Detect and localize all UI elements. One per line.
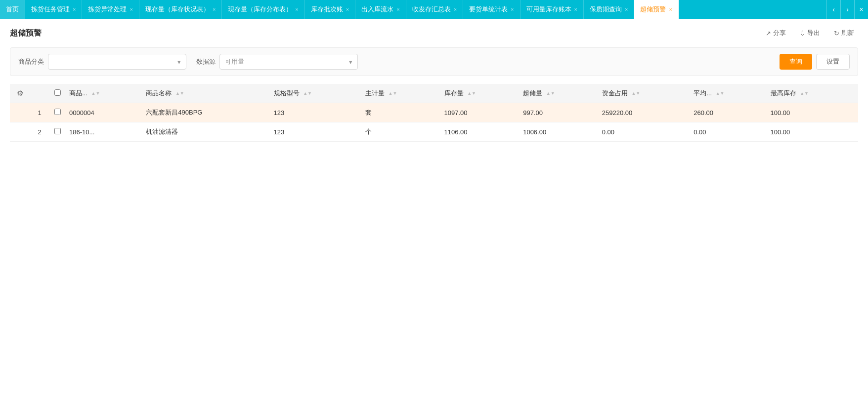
row-capital: 259220.00: [598, 103, 690, 122]
col-product-code[interactable]: 商品... ▲▼: [65, 84, 142, 103]
nav-expiry-label: 保质期查询: [590, 5, 622, 14]
nav-overstock-close[interactable]: ×: [669, 6, 672, 12]
category-label: 商品分类: [18, 57, 44, 66]
row-checkbox[interactable]: [54, 109, 61, 115]
nav-task-mgmt[interactable]: 拣货任务管理 ×: [25, 0, 82, 19]
max-stock-sort-icon: ▲▼: [800, 91, 809, 96]
page-title: 超储预警: [10, 28, 42, 39]
col-unit[interactable]: 主计量 ▲▼: [361, 84, 440, 103]
col-spec[interactable]: 规格型号 ▲▼: [270, 84, 361, 103]
export-label: 导出: [807, 29, 820, 38]
refresh-icon: ↻: [834, 30, 839, 37]
col-product-name[interactable]: 商品名称 ▲▼: [142, 84, 269, 103]
col-max-stock[interactable]: 最高库存 ▲▼: [767, 84, 858, 103]
share-label: 分享: [773, 29, 786, 38]
nav-overstock[interactable]: 超储预警 ×: [634, 0, 678, 19]
filter-buttons: 查询 设置: [780, 54, 850, 70]
row-avg: 260.00: [690, 103, 766, 122]
nav-order-stats-close[interactable]: ×: [511, 6, 514, 12]
nav-exception-close[interactable]: ×: [130, 6, 132, 12]
nav-stock-status-close[interactable]: ×: [213, 6, 216, 12]
nav-expiry[interactable]: 保质期查询 ×: [584, 0, 634, 19]
share-icon: ↗: [766, 30, 771, 37]
share-button[interactable]: ↗ 分享: [762, 27, 790, 40]
nav-summary[interactable]: 收发存汇总表 ×: [406, 0, 463, 19]
row-index: 2: [30, 122, 49, 142]
row-max-stock: 100.00: [767, 122, 858, 142]
row-product-code: 186-10...: [65, 122, 142, 142]
nav-expiry-close[interactable]: ×: [625, 6, 628, 12]
datasource-label: 数据源: [196, 57, 216, 66]
select-all-checkbox[interactable]: [54, 89, 61, 96]
nav-summary-label: 收发存汇总表: [412, 5, 451, 14]
nav-stock-dist[interactable]: 现存量（库存分布表） ×: [222, 0, 304, 19]
row-overstock: 997.00: [519, 103, 598, 122]
product-name-sort-icon: ▲▼: [175, 91, 184, 96]
col-product-code-label: 商品...: [69, 89, 87, 97]
row-checkbox-cell: [49, 122, 65, 142]
datasource-select[interactable]: 可用量 ▾: [219, 54, 358, 70]
nav-summary-close[interactable]: ×: [454, 6, 457, 12]
col-index: [30, 84, 49, 103]
row-spec: 123: [270, 122, 361, 142]
col-overstock-label: 超储量: [523, 89, 542, 97]
row-unit: 个: [361, 122, 440, 142]
datasource-select-arrow: ▾: [349, 58, 352, 66]
table-header-row: ⚙ 商品... ▲▼ 商品名称 ▲▼ 规格型号 ▲▼: [10, 84, 858, 103]
nav-exception-label: 拣货异常处理: [88, 5, 127, 14]
query-button[interactable]: 查询: [780, 54, 812, 70]
col-unit-label: 主计量: [365, 89, 385, 97]
table-body: 1 0000004 六配套新昌490BPG 123 套 1097.00 997.…: [10, 103, 858, 142]
category-filter: 商品分类 ▾: [18, 54, 186, 70]
nav-inout-flow[interactable]: 出入库流水 ×: [355, 0, 406, 19]
nav-prev-arrow[interactable]: ‹: [826, 0, 840, 19]
nav-home[interactable]: 首页: [0, 0, 25, 19]
row-checkbox[interactable]: [54, 128, 61, 134]
col-overstock[interactable]: 超储量 ▲▼: [519, 84, 598, 103]
col-avg[interactable]: 平均... ▲▼: [690, 84, 766, 103]
avg-sort-icon: ▲▼: [716, 91, 725, 96]
nav-close-all[interactable]: ×: [854, 0, 868, 19]
row-checkbox-cell: [49, 103, 65, 122]
unit-sort-icon: ▲▼: [389, 91, 397, 96]
nav-available-stock-close[interactable]: ×: [574, 6, 577, 12]
gear-icon[interactable]: ⚙: [17, 89, 23, 97]
nav-exception[interactable]: 拣货异常处理 ×: [82, 0, 139, 19]
nav-arrows: ‹ › ×: [826, 0, 868, 19]
nav-inout-flow-label: 出入库流水: [361, 5, 393, 14]
col-capital[interactable]: 资金占用 ▲▼: [598, 84, 690, 103]
row-product-name: 六配套新昌490BPG: [142, 103, 269, 122]
col-stock-label: 库存量: [444, 89, 464, 97]
refresh-button[interactable]: ↻ 刷新: [830, 27, 858, 40]
nav-task-mgmt-label: 拣货任务管理: [31, 5, 70, 14]
table-row: 2 186-10... 机油滤清器 123 个 1106.00 1006.00 …: [10, 122, 858, 142]
page-header: 超储预警 ↗ 分享 ⇩ 导出 ↻ 刷新: [10, 27, 858, 40]
capital-sort-icon: ▲▼: [631, 91, 640, 96]
col-stock[interactable]: 库存量 ▲▼: [440, 84, 520, 103]
table-row: 1 0000004 六配套新昌490BPG 123 套 1097.00 997.…: [10, 103, 858, 122]
category-select[interactable]: ▾: [48, 54, 186, 70]
nav-available-stock-label: 可用量库存账本: [526, 5, 571, 14]
export-icon: ⇩: [800, 30, 805, 37]
row-gear: [10, 122, 30, 142]
nav-inout-flow-close[interactable]: ×: [396, 6, 399, 12]
nav-batch[interactable]: 库存批次账 ×: [305, 0, 355, 19]
nav-order-stats[interactable]: 要货单统计表 ×: [463, 0, 520, 19]
settings-button[interactable]: 设置: [816, 54, 850, 70]
nav-batch-close[interactable]: ×: [346, 6, 349, 12]
nav-task-mgmt-close[interactable]: ×: [73, 6, 76, 12]
nav-available-stock[interactable]: 可用量库存账本 ×: [521, 0, 584, 19]
col-capital-label: 资金占用: [602, 89, 628, 97]
nav-next-arrow[interactable]: ›: [840, 0, 854, 19]
export-button[interactable]: ⇩ 导出: [796, 27, 824, 40]
col-max-stock-label: 最高库存: [771, 89, 796, 97]
nav-stock-dist-close[interactable]: ×: [295, 6, 298, 12]
row-spec: 123: [270, 103, 361, 122]
row-index: 1: [30, 103, 49, 122]
nav-stock-status[interactable]: 现存量（库存状况表） ×: [139, 0, 222, 19]
datasource-filter: 数据源 可用量 ▾: [196, 54, 358, 70]
col-avg-label: 平均...: [694, 89, 712, 97]
filter-row: 商品分类 ▾ 数据源 可用量 ▾ 查询 设置: [10, 47, 858, 76]
row-product-code: 0000004: [65, 103, 142, 122]
stock-sort-icon: ▲▼: [467, 91, 476, 96]
